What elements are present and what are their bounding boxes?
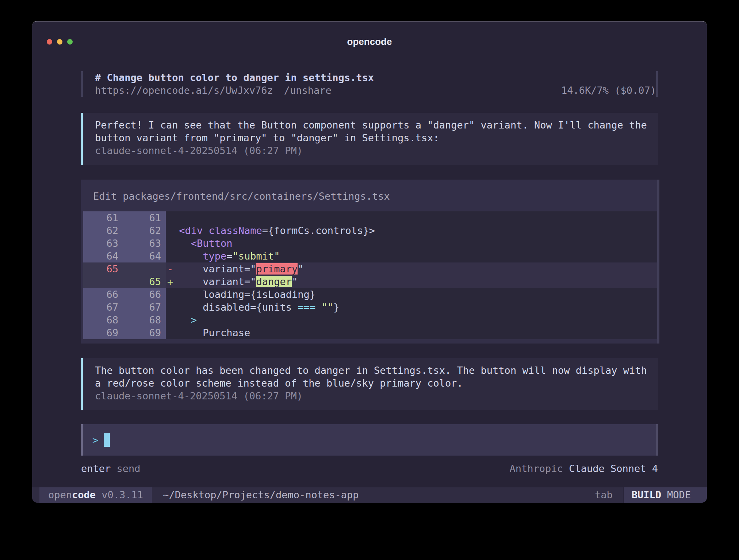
diff-gutter: 6464 <box>83 250 166 262</box>
new-line-number: 67 <box>118 301 166 314</box>
message-line: Perfect! I can see that the Button compo… <box>95 119 648 131</box>
diff-gutter: 6868 <box>83 314 166 326</box>
diff-row: 6363 <Button <box>83 237 658 250</box>
code-token: "submit" <box>233 250 280 262</box>
code-token: > <box>191 314 197 326</box>
brand-code: code <box>72 487 96 503</box>
diff-code-line: type="submit" <box>173 250 658 262</box>
diff-row: 65+ variant="danger" <box>83 275 658 288</box>
mode-suffix: MODE <box>667 487 691 503</box>
code-token <box>173 250 203 262</box>
mode-value: BUILD <box>632 487 661 503</box>
message-line: The button color has been changed to dan… <box>95 364 648 377</box>
diff-marker <box>166 237 173 250</box>
diff-code-line <box>173 211 658 224</box>
new-line-number: 68 <box>118 314 166 326</box>
provider-label: Anthropic <box>510 463 563 474</box>
diff-code-line: loading={isLoading} <box>173 288 658 301</box>
diff-code-line: Purchase <box>173 326 658 339</box>
diff-gutter: 6767 <box>83 301 166 314</box>
prompt-symbol: > <box>92 434 98 446</box>
diff-table: 61616262 <div className={formCs.controls… <box>83 211 658 339</box>
code-token: disabled={units <box>173 302 298 313</box>
new-line-number: 66 <box>118 288 166 301</box>
send-hint: enter send <box>81 462 141 475</box>
old-line-number: 64 <box>83 250 118 262</box>
titlebar: opencode <box>32 22 707 54</box>
new-line-number: 61 <box>118 211 166 224</box>
diff-row: 6666 loading={isLoading} <box>83 288 658 301</box>
code-token <box>173 225 179 236</box>
diff-gutter: 6969 <box>83 326 166 339</box>
model-label: Claude Sonnet 4 <box>569 463 658 474</box>
code-token: <div className <box>179 225 262 236</box>
edit-scrollbar[interactable] <box>657 180 659 344</box>
share-url-link[interactable]: https://opencode.ai/s/UwJxv76z <box>95 84 273 97</box>
old-line-number: 62 <box>83 224 118 237</box>
opencode-window: opencode # Change button color to danger… <box>32 21 707 503</box>
diff-gutter: 65 <box>83 275 166 288</box>
message-line: a red/rose color scheme instead of the b… <box>95 377 648 390</box>
send-action-label: send <box>117 463 141 474</box>
status-bar: opencode v0.3.11 ~/Desktop/Projects/demo… <box>32 487 707 503</box>
diff-gutter: 6262 <box>83 224 166 237</box>
model-indicator: Anthropic Claude Sonnet 4 <box>510 462 658 475</box>
code-token: Purchase <box>173 327 250 338</box>
code-token: = <box>226 250 232 262</box>
diff-code-line: <Button <box>173 237 658 250</box>
new-line-number: 64 <box>118 250 166 262</box>
text-cursor <box>104 433 110 447</box>
diff-marker <box>166 211 173 224</box>
code-token: loading={isLoading} <box>173 289 315 300</box>
code-token: "" <box>321 302 333 313</box>
diff-row: 6262 <div className={formCs.controls}> <box>83 224 658 237</box>
new-line-number: 63 <box>118 237 166 250</box>
diff-marker <box>166 326 173 339</box>
new-line-number <box>118 262 166 275</box>
diff-gutter: 6363 <box>83 237 166 250</box>
code-token: variant=" <box>173 276 256 287</box>
session-title: # Change button color to danger in setti… <box>95 71 656 84</box>
code-token <box>315 302 321 313</box>
diff-gutter: 6666 <box>83 288 166 301</box>
old-line-number: 67 <box>83 301 118 314</box>
code-token: ={formCs.controls}> <box>262 225 375 236</box>
old-line-number: 66 <box>83 288 118 301</box>
diff-marker <box>166 314 173 326</box>
app-version: v0.3.11 <box>102 487 143 503</box>
diff-code-line: <div className={formCs.controls}> <box>173 224 658 237</box>
diff-row: 65- variant="primary" <box>83 262 658 275</box>
diff-marker: - <box>166 262 173 275</box>
code-token: variant=" <box>173 263 256 275</box>
old-line-number: 65 <box>83 262 118 275</box>
assistant-message-1: Perfect! I can see that the Button compo… <box>81 113 658 165</box>
diff-code-line: variant="danger" <box>173 275 658 288</box>
prompt-input[interactable]: > <box>81 424 658 456</box>
unshare-command[interactable]: /unshare <box>284 84 332 97</box>
diff-row: 6868 > <box>83 314 658 326</box>
code-token <box>173 314 191 326</box>
old-line-number: 61 <box>83 211 118 224</box>
message-line: button variant from "primary" to "danger… <box>95 131 648 144</box>
session-content: # Change button color to danger in setti… <box>32 54 707 487</box>
code-token <box>173 238 191 249</box>
new-line-number: 69 <box>118 326 166 339</box>
working-directory: ~/Desktop/Projects/demo-notes-app <box>163 487 359 503</box>
session-subheader: https://opencode.ai/s/UwJxv76z /unshare … <box>95 84 656 97</box>
diff-marker <box>166 250 173 262</box>
assistant-message-2: The button color has been changed to dan… <box>81 358 658 410</box>
new-line-number: 65 <box>118 275 166 288</box>
window-title: opencode <box>32 36 707 47</box>
old-line-number: 69 <box>83 326 118 339</box>
old-line-number <box>83 275 118 288</box>
mode-indicator: BUILDMODE <box>623 487 707 503</box>
diff-row: 6767 disabled={units === ""} <box>83 301 658 314</box>
tab-key-hint: tab <box>595 487 613 503</box>
diff-row: 6969 Purchase <box>83 326 658 339</box>
diff-row: 6464 type="submit" <box>83 250 658 262</box>
context-stats: 14.6K/7% ($0.07) <box>561 84 656 97</box>
edit-tool-block: Edit packages/frontend/src/containers/Se… <box>81 180 658 344</box>
code-token: " <box>298 263 303 275</box>
diff-gutter: 65 <box>83 262 166 275</box>
code-token: " <box>292 276 298 287</box>
